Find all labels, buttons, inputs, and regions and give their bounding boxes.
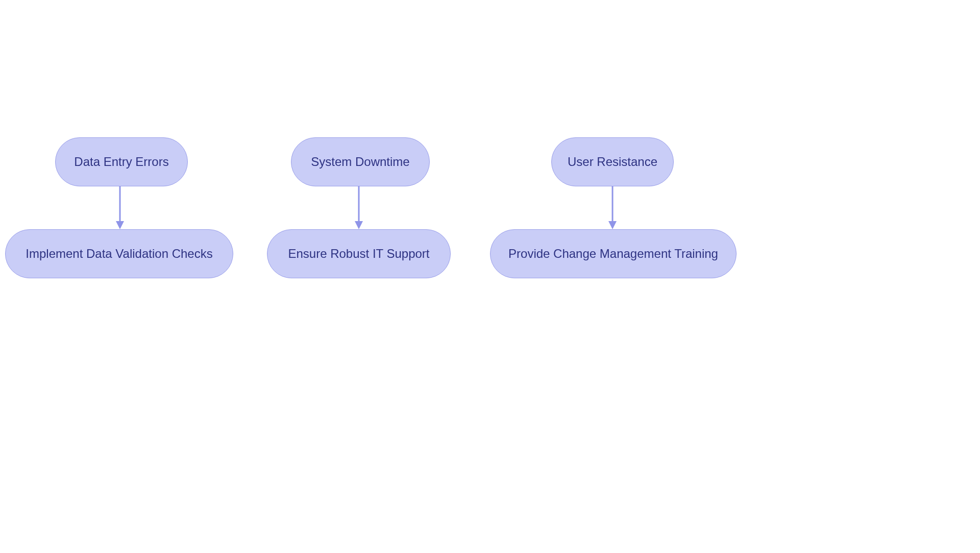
node-ensure-it-support: Ensure Robust IT Support [267,229,451,278]
arrow-1 [112,186,128,229]
node-label: Ensure Robust IT Support [288,247,429,261]
arrow-3 [605,186,620,229]
svg-marker-1 [116,221,124,229]
node-change-management-training: Provide Change Management Training [490,229,737,278]
svg-marker-5 [608,221,617,229]
svg-marker-3 [355,221,363,229]
arrow-2 [351,186,366,229]
diagram-container: Data Entry Errors Implement Data Validat… [0,0,980,553]
node-data-entry-errors: Data Entry Errors [55,137,188,186]
node-label: System Downtime [311,155,409,169]
node-label: Data Entry Errors [74,155,168,169]
node-user-resistance: User Resistance [551,137,674,186]
node-system-downtime: System Downtime [291,137,430,186]
node-label: User Resistance [568,155,657,169]
node-label: Implement Data Validation Checks [26,247,212,261]
node-label: Provide Change Management Training [508,247,718,261]
node-implement-data-validation: Implement Data Validation Checks [5,229,233,278]
